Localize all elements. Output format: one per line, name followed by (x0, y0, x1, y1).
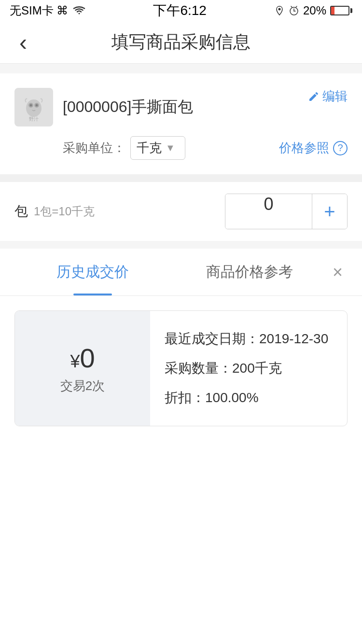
status-time: 下午6:12 (153, 1, 207, 20)
tab-price-reference-label: 商品价格参考 (206, 264, 293, 280)
carrier-text: 无SIM卡 ⌘ (10, 3, 68, 18)
quantity-detail-label: 采购数量： (165, 361, 232, 376)
quantity-input[interactable]: 0 (225, 194, 312, 229)
tabs-container: 历史成交价 商品价格参考 × ¥0 交易2次 最近成交日期：2019-12-30… (0, 249, 362, 441)
nav-bar: ‹ 填写商品采购信息 (0, 21, 362, 64)
page-title: 填写商品采购信息 (111, 30, 251, 54)
status-right: 20% (274, 4, 352, 17)
price-ref-label: 价格参照 (279, 140, 329, 156)
svg-line-5 (296, 6, 297, 7)
tab-history-price[interactable]: 历史成交价 (14, 249, 171, 295)
tab-content-history: ¥0 交易2次 最近成交日期：2019-12-30 采购数量：200千克 折扣：… (0, 296, 362, 441)
price-number: 0 (80, 343, 95, 373)
quantity-row-detail: 采购数量：200千克 (165, 358, 333, 379)
product-header: 野汁 [0000006]手撕面包 编辑 (14, 88, 348, 126)
discount-label: 折扣： (165, 390, 205, 405)
tabs-header: 历史成交价 商品价格参考 × (0, 249, 362, 296)
svg-text:野汁: 野汁 (29, 116, 39, 122)
edit-label: 编辑 (322, 88, 348, 105)
unit-label: 采购单位： (63, 140, 125, 156)
status-carrier: 无SIM卡 ⌘ (10, 3, 85, 18)
history-price-right: 最近成交日期：2019-12-30 采购数量：200千克 折扣：100.00% (150, 311, 347, 426)
tab-history-price-label: 历史成交价 (56, 264, 129, 280)
quantity-conversion: 1包=10千克 (34, 204, 95, 219)
edit-button[interactable]: 编辑 (308, 88, 348, 105)
quantity-row: 包 1包=10千克 0 + (0, 182, 362, 241)
quantity-controls: 0 + (225, 194, 348, 229)
battery-icon (330, 6, 352, 15)
help-circle-icon: ? (333, 141, 348, 155)
discount-row: 折扣：100.00% (165, 387, 333, 409)
recent-date-row: 最近成交日期：2019-12-30 (165, 328, 333, 350)
product-unit-row: 采购单位： 千克 ▼ 价格参照 ? (63, 136, 348, 160)
tab-close-button[interactable]: × (328, 257, 348, 287)
quantity-unit-tag: 包 (14, 202, 28, 221)
wifi-icon (73, 6, 85, 15)
dropdown-arrow-icon: ▼ (166, 142, 175, 154)
history-trades: 交易2次 (60, 378, 105, 394)
section-divider (0, 174, 362, 182)
battery-percentage: 20% (303, 4, 326, 17)
svg-point-0 (278, 8, 280, 11)
price-ref-button[interactable]: 价格参照 ? (279, 140, 348, 156)
currency-symbol: ¥ (70, 351, 80, 371)
svg-line-4 (291, 6, 292, 7)
product-name: [0000006]手撕面包 (63, 97, 193, 118)
product-logo-icon: 野汁 (19, 93, 48, 122)
history-price-left: ¥0 交易2次 (15, 311, 150, 426)
unit-select[interactable]: 千克 ▼ (130, 136, 185, 160)
quantity-detail-value: 200千克 (232, 361, 282, 376)
tab-price-reference[interactable]: 商品价格参考 (171, 249, 327, 295)
back-button[interactable]: ‹ (14, 24, 32, 60)
svg-point-9 (30, 104, 32, 107)
quantity-plus-button[interactable]: + (312, 194, 347, 229)
recent-date-label: 最近成交日期： (165, 331, 259, 346)
unit-value: 千克 (137, 140, 162, 156)
svg-point-10 (36, 104, 38, 107)
product-thumbnail: 野汁 (14, 88, 53, 126)
location-icon (274, 5, 285, 16)
product-info: 野汁 [0000006]手撕面包 (14, 88, 193, 126)
product-card: 野汁 [0000006]手撕面包 编辑 采购单位： 千克 ▼ 价格参照 ? (0, 73, 362, 174)
svg-point-6 (26, 99, 42, 117)
quantity-label: 包 1包=10千克 (14, 202, 95, 221)
edit-icon (308, 91, 320, 102)
recent-date-value: 2019-12-30 (259, 331, 328, 346)
history-price-card: ¥0 交易2次 最近成交日期：2019-12-30 采购数量：200千克 折扣：… (14, 310, 348, 426)
discount-value: 100.00% (205, 390, 259, 405)
alarm-icon (289, 5, 299, 16)
history-price-value: ¥0 (70, 342, 95, 374)
bottom-space (0, 441, 362, 644)
status-bar: 无SIM卡 ⌘ 下午6:12 20% (0, 0, 362, 21)
